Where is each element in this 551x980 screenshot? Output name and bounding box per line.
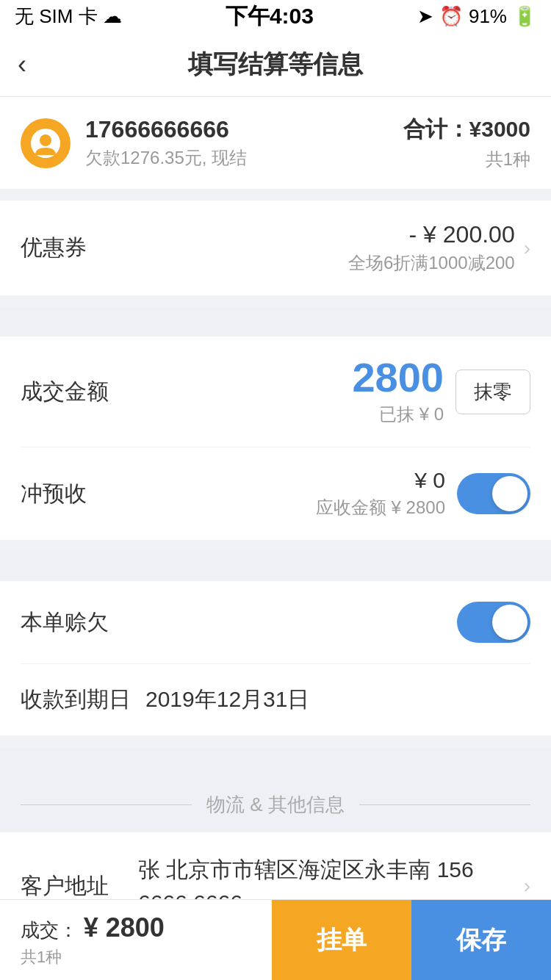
status-bar: 无 SIM 卡 ☁ 下午4:03 ➤ ⏰ 91% 🔋 — [0, 0, 551, 32]
bottom-deal-label-row: 成交： ¥ 2800 — [21, 912, 251, 943]
back-button[interactable]: ‹ — [18, 49, 26, 80]
coupon-desc: 全场6折满1000减200 — [348, 251, 515, 275]
arrears-row: 本单赊欠 — [0, 581, 551, 663]
bottom-left: 成交： ¥ 2800 共1种 — [0, 912, 272, 968]
status-left: 无 SIM 卡 ☁ — [15, 4, 122, 29]
logistics-line-right — [359, 804, 530, 805]
logistics-line-left — [21, 804, 192, 805]
due-date-value: 2019年12月31日 — [145, 685, 309, 715]
deal-amount-label: 成交金额 — [21, 377, 352, 407]
battery-level: 91% — [469, 5, 507, 28]
deal-amount-section: 成交金额 2800 已抹 ¥ 0 抹零 冲预收 ¥ 0 应收金额 ¥ 2800 — [0, 336, 551, 540]
toggle-knob-prepayment — [492, 476, 527, 511]
arrears-label: 本单赊欠 — [21, 608, 138, 638]
deal-amount-row: 成交金额 2800 已抹 ¥ 0 抹零 — [0, 336, 551, 447]
alarm-icon: ⏰ — [439, 5, 463, 28]
bottom-bar: 成交： ¥ 2800 共1种 挂单 保存 — [0, 899, 551, 980]
nav-bar: ‹ 填写结算等信息 — [0, 32, 551, 97]
status-time: 下午4:03 — [226, 1, 314, 32]
hold-order-button[interactable]: 挂单 — [272, 900, 411, 981]
page-title: 填写结算等信息 — [188, 48, 363, 82]
deal-amount-sub: 已抹 ¥ 0 — [352, 403, 444, 426]
status-right: ➤ ⏰ 91% 🔋 — [417, 5, 536, 28]
prepayment-row: 冲预收 ¥ 0 应收金额 ¥ 2800 — [0, 447, 551, 540]
separator-3 — [0, 748, 551, 777]
avatar — [21, 118, 71, 168]
prepayment-right: ¥ 0 应收金额 ¥ 2800 — [138, 468, 445, 519]
user-phone: 17666666666 — [85, 116, 403, 143]
due-date-label: 收款到期日 — [21, 685, 131, 715]
bottom-deal-amount: ¥ 2800 — [84, 912, 165, 943]
prepayment-label: 冲预收 — [21, 479, 138, 509]
user-avatar-icon — [31, 129, 60, 158]
sim-status: 无 SIM 卡 ☁ — [15, 4, 122, 29]
save-button[interactable]: 保存 — [411, 900, 551, 981]
svg-point-0 — [40, 134, 51, 146]
user-total: 合计：¥3000 共1种 — [403, 115, 530, 171]
bottom-deal-sub: 共1种 — [21, 946, 251, 968]
logistics-divider: 物流 & 其他信息 — [0, 777, 551, 832]
address-chevron-icon: › — [524, 874, 530, 898]
separator-2 — [0, 552, 551, 581]
user-sub-text: 欠款1276.35元, 现结 — [85, 146, 403, 170]
coupon-label: 优惠券 — [21, 233, 348, 263]
coupon-amount: - ¥ 200.00 — [348, 221, 515, 248]
arrears-toggle[interactable] — [457, 602, 530, 643]
deal-amount-value-wrap: 2800 已抹 ¥ 0 — [352, 357, 444, 426]
total-amount: 合计：¥3000 — [403, 115, 530, 145]
toggle-knob-arrears — [492, 605, 527, 640]
arrears-section: 本单赊欠 收款到期日 2019年12月31日 — [0, 581, 551, 736]
user-row: 17666666666 欠款1276.35元, 现结 合计：¥3000 共1种 — [0, 97, 551, 189]
bottom-deal-label: 成交： — [21, 919, 78, 941]
battery-icon: 🔋 — [513, 5, 536, 28]
location-icon: ➤ — [417, 5, 433, 28]
total-sub: 共1种 — [403, 148, 530, 171]
user-info: 17666666666 欠款1276.35元, 现结 — [85, 116, 403, 170]
coupon-chevron-icon: › — [524, 237, 530, 260]
prepayment-sub: 应收金额 ¥ 2800 — [138, 496, 445, 519]
content-area: 17666666666 欠款1276.35元, 现结 合计：¥3000 共1种 … — [0, 97, 551, 980]
prepayment-toggle[interactable] — [457, 473, 530, 514]
prepayment-value: ¥ 0 — [138, 468, 445, 493]
logistics-title: 物流 & 其他信息 — [192, 792, 359, 818]
round-off-button[interactable]: 抹零 — [455, 370, 530, 414]
user-info-card: 17666666666 欠款1276.35元, 现结 合计：¥3000 共1种 — [0, 97, 551, 189]
separator-1 — [0, 307, 551, 336]
due-date-row: 收款到期日 2019年12月31日 — [0, 664, 551, 736]
deal-amount-value: 2800 — [352, 357, 444, 398]
coupon-right: - ¥ 200.00 全场6折满1000减200 — [348, 221, 515, 275]
address-label: 客户地址 — [21, 871, 138, 901]
coupon-row[interactable]: 优惠券 - ¥ 200.00 全场6折满1000减200 › — [0, 201, 551, 295]
